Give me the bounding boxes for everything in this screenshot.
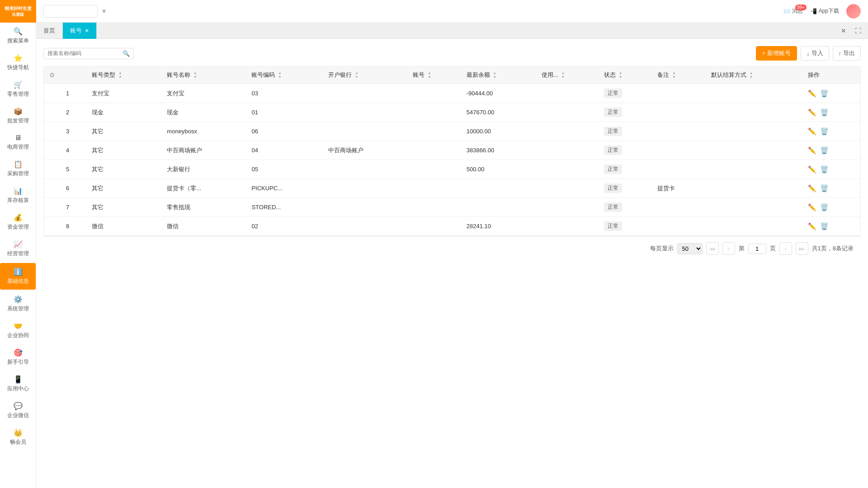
col-account-name-header[interactable]: 账号名称 ▲▼ [161, 66, 246, 84]
row-account-code: PICKUPC... [246, 179, 323, 198]
row-balance: -90444.00 [461, 84, 536, 103]
col-account-number-header[interactable]: 账号 ▲▼ [407, 66, 461, 84]
sort-account-name: ▲▼ [193, 71, 197, 79]
search-input[interactable] [47, 50, 120, 56]
sidebar-item-wechat-work[interactable]: 💬 企业微信 [0, 397, 36, 424]
sidebar-item-system[interactable]: ⚙️ 系统管理 [0, 291, 36, 317]
sidebar-item-inventory[interactable]: 📊 库存核算 [0, 182, 36, 209]
money-icon: 💰 [14, 213, 23, 222]
row-remark [652, 217, 705, 236]
sidebar-item-label: 搜索菜单 [7, 37, 29, 45]
row-default-payment [706, 179, 802, 198]
edit-icon[interactable]: ✏️ [808, 108, 816, 117]
tab-home[interactable]: 首页 [36, 23, 63, 39]
edit-icon[interactable]: ✏️ [808, 222, 816, 230]
app-download-button[interactable]: 📲 App下载 [810, 7, 839, 15]
target-icon: 🎯 [14, 348, 23, 357]
row-account-code: 01 [246, 103, 323, 122]
first-page-button[interactable]: ⏮ [706, 242, 719, 255]
col-status-header[interactable]: 状态 ▲▼ [599, 66, 652, 84]
sidebar-item-quicknav[interactable]: ⭐ 快捷导航 [0, 49, 36, 76]
row-bank [323, 84, 407, 103]
page-size-select[interactable]: 50 100 200 [677, 243, 703, 254]
sidebar-item-operations[interactable]: 📈 经营管理 [0, 235, 36, 262]
row-default-payment [706, 84, 802, 103]
col-remark-header[interactable]: 备注 ▲▼ [652, 66, 705, 84]
row-balance: 10000.00 [461, 122, 536, 141]
page-input[interactable] [748, 244, 766, 254]
delete-icon[interactable]: 🗑️ [820, 146, 829, 155]
page-label: 第 [739, 244, 745, 253]
action-icons: ✏️ 🗑️ [808, 127, 855, 136]
col-account-type-header[interactable]: 账号类型 ▲▼ [86, 66, 161, 84]
row-account-name: 提货卡（零... [161, 179, 246, 198]
export-button[interactable]: ↑ 导出 [833, 46, 861, 61]
user-avatar[interactable] [846, 4, 861, 19]
message-button[interactable]: ✉️ 消息 99+ [783, 7, 803, 15]
top-search-input[interactable] [43, 5, 98, 18]
edit-icon[interactable]: ✏️ [808, 184, 816, 192]
monitor-icon: 🖥 [14, 134, 22, 142]
next-page-button[interactable]: › [779, 242, 792, 255]
sidebar-item-label: 采购管理 [7, 170, 29, 178]
sidebar-item-label: 电商管理 [7, 143, 29, 151]
add-account-button[interactable]: + 新增账号 [756, 46, 797, 61]
row-account-type: 支付宝 [86, 84, 161, 103]
search-icon: 🔍 [123, 50, 130, 57]
tab-close-icon[interactable]: ✕ [85, 28, 89, 34]
sort-status: ▲▼ [619, 71, 623, 79]
delete-icon[interactable]: 🗑️ [820, 222, 829, 230]
total-info: 共1页，8条记录 [812, 244, 854, 253]
edit-icon[interactable]: ✏️ [808, 203, 816, 211]
col-account-code-header[interactable]: 账号编码 ▲▼ [246, 66, 323, 84]
settings-icon[interactable]: ⚙ [49, 71, 55, 79]
import-button[interactable]: ↓ 导入 [801, 46, 829, 61]
sidebar-item-guide[interactable]: 🎯 新手引导 [0, 344, 36, 371]
last-page-button[interactable]: ⏭ [796, 242, 808, 255]
row-account-name: moneybosx [161, 122, 246, 141]
col-usage-header[interactable]: 使用... ▲▼ [536, 66, 599, 84]
row-balance: 383866.00 [461, 141, 536, 160]
row-usage [536, 141, 599, 160]
edit-icon[interactable]: ✏️ [808, 127, 816, 136]
tab-close-button[interactable]: ✕ [837, 24, 850, 37]
sidebar-item-label: 零售管理 [7, 90, 29, 98]
delete-icon[interactable]: 🗑️ [820, 127, 829, 136]
sidebar-item-enterprise[interactable]: 🤝 企业协同 [0, 317, 36, 344]
edit-icon[interactable]: ✏️ [808, 146, 816, 155]
delete-icon[interactable]: 🗑️ [820, 89, 829, 98]
row-account-type: 其它 [86, 198, 161, 217]
sidebar-item-basic-info[interactable]: ℹ️ 基础信息 [0, 263, 36, 290]
row-account-type: 其它 [86, 141, 161, 160]
sort-account-number: ▲▼ [428, 71, 431, 79]
tab-account[interactable]: 账号 ✕ [63, 23, 97, 39]
search-box[interactable]: 🔍 [43, 48, 134, 59]
sidebar-item-finance[interactable]: 💰 资金管理 [0, 209, 36, 235]
delete-icon[interactable]: 🗑️ [820, 165, 829, 174]
sidebar-item-app-center[interactable]: 📱 应用中心 [0, 371, 36, 397]
sidebar-item-search[interactable]: 🔍 搜索菜单 [0, 23, 36, 49]
table-row: 4 其它 中百商场账户 04 中百商场账户 383866.00 正常 ✏️ 🗑️ [44, 141, 860, 160]
sidebar-item-retail[interactable]: 🛒 零售管理 [0, 76, 36, 103]
sidebar-item-label: 快捷导航 [7, 64, 29, 71]
sidebar-item-ecommerce[interactable]: 🖥 电商管理 [0, 129, 36, 155]
col-balance-header[interactable]: 最新余额 ▲▼ [461, 66, 536, 84]
prev-page-button[interactable]: ‹ [722, 242, 735, 255]
edit-icon[interactable]: ✏️ [808, 89, 816, 98]
sidebar-item-wholesale[interactable]: 📦 批发管理 [0, 103, 36, 129]
dropdown-arrow-icon[interactable]: ▾ [102, 7, 106, 15]
pagination: 每页显示 50 100 200 ⏮ ‹ 第 页 › ⏭ 共1页，8条记录 [43, 236, 861, 260]
row-account-name: 大新银行 [161, 160, 246, 179]
row-status: 正常 [599, 198, 652, 217]
col-bank-header[interactable]: 开户银行 ▲▼ [323, 66, 407, 84]
sidebar-item-label: 基础信息 [7, 277, 29, 285]
delete-icon[interactable]: 🗑️ [820, 108, 829, 117]
edit-icon[interactable]: ✏️ [808, 165, 816, 174]
sidebar-item-member[interactable]: 👑 畅会员 [0, 424, 36, 450]
col-default-payment-header[interactable]: 默认结算方式 ▲▼ [706, 66, 802, 84]
sidebar-item-purchase[interactable]: 📋 采购管理 [0, 155, 36, 182]
tab-expand-button[interactable]: ⛶ [852, 24, 864, 37]
row-bank [323, 217, 407, 236]
delete-icon[interactable]: 🗑️ [820, 203, 829, 211]
delete-icon[interactable]: 🗑️ [820, 184, 829, 192]
